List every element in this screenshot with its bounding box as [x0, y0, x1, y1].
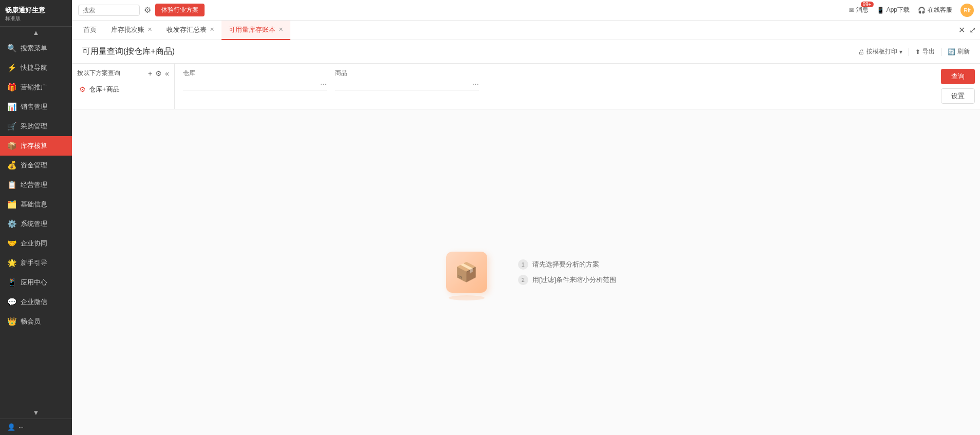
- print-icon: 🖨: [858, 48, 864, 55]
- scheme-item-warehouse-goods[interactable]: ⚙ 仓库+商品: [72, 82, 174, 97]
- sidebar-item-basic[interactable]: 🗂️ 基础信息: [0, 195, 72, 214]
- goods-filter-field: 商品 ···: [335, 69, 479, 90]
- sidebar-item-label: 资金管理: [21, 161, 47, 170]
- message-item[interactable]: ✉ 消息 99+: [849, 6, 868, 14]
- avatar-initials: Rit: [964, 7, 970, 13]
- print-button[interactable]: 🖨 按模板打印 ▾: [858, 47, 902, 56]
- sidebar-nav: 🔍 搜索菜单 ⚡ 快捷导航 🎁 营销推广 📊 销售管理 🛒 采购管理 📦: [0, 39, 72, 407]
- export-label: 导出: [922, 47, 935, 56]
- settings-button[interactable]: 设置: [941, 88, 975, 104]
- empty-illustration: 📦: [436, 241, 497, 303]
- gear-icon[interactable]: ⚙: [144, 5, 151, 15]
- export-button[interactable]: ⬆ 导出: [915, 47, 935, 56]
- sidebar-item-inventory[interactable]: 📦 库存核算: [0, 136, 72, 156]
- scroll-down-btn[interactable]: ▼: [0, 407, 72, 419]
- sidebar-item-system[interactable]: ⚙️ 系统管理: [0, 214, 72, 234]
- tab-fullscreen-button[interactable]: ⤢: [969, 25, 976, 35]
- tab-batch-account-close[interactable]: ✕: [147, 26, 152, 33]
- avatar: Rit: [960, 4, 974, 17]
- tip-text-1: 请先选择要分析的方案: [532, 260, 599, 269]
- sidebar-user-area[interactable]: 👤 ···: [0, 419, 72, 435]
- warehouse-input[interactable]: [183, 81, 320, 88]
- goods-dots-icon[interactable]: ···: [472, 80, 479, 89]
- scroll-up-btn[interactable]: ▲: [0, 27, 72, 39]
- sidebar-item-label: 应用中心: [21, 278, 47, 287]
- sidebar-item-label: 销售管理: [21, 102, 47, 111]
- sidebar-item-newguide[interactable]: 🌟 新手引导: [0, 253, 72, 273]
- goods-input[interactable]: [335, 81, 472, 88]
- page-header: 可用量查询(按仓库+商品) 🖨 按模板打印 ▾ ⬆ 导出 🔄: [72, 40, 980, 64]
- tab-close-all-button[interactable]: ✕: [958, 25, 965, 35]
- tab-bar: 首页 库存批次账 ✕ 收发存汇总表 ✕ 可用量库存账本 ✕ ✕ ⤢: [72, 21, 980, 40]
- print-dropdown-icon: ▾: [899, 48, 902, 55]
- sidebar-item-label: 基础信息: [21, 200, 47, 209]
- inventory-icon: 📦: [7, 141, 16, 150]
- app-download-item[interactable]: 📱 App下载: [877, 6, 910, 14]
- online-service-item[interactable]: 🎧 在线客服: [918, 6, 952, 14]
- divider-1: [909, 48, 909, 56]
- app-download-label: App下载: [886, 6, 910, 14]
- sidebar-item-label: 企业微信: [21, 297, 47, 307]
- tab-available-ledger-close[interactable]: ✕: [279, 26, 283, 33]
- sidebar-item-finance[interactable]: 💰 资金管理: [0, 156, 72, 175]
- tab-home[interactable]: 首页: [76, 21, 104, 40]
- sidebar-item-marketing[interactable]: 🎁 营销推广: [0, 78, 72, 97]
- wechat-icon: 💬: [7, 297, 16, 307]
- marketing-icon: 🎁: [7, 83, 16, 92]
- empty-state: 📦 1 请先选择要分析的方案 2 用[过滤]条件来缩小分析范围: [72, 109, 980, 435]
- scheme-settings-icon[interactable]: ⚙: [155, 69, 162, 78]
- page-header-actions: 🖨 按模板打印 ▾ ⬆ 导出 🔄 刷新: [858, 47, 970, 56]
- scheme-panel-icons: + ⚙ «: [148, 69, 169, 78]
- goods-label: 商品: [335, 69, 479, 78]
- scheme-panel-title: 按以下方案查询: [77, 69, 120, 78]
- scheme-panel-header: 按以下方案查询 + ⚙ «: [72, 69, 174, 82]
- brand-sub: 标准版: [5, 15, 67, 22]
- right-action-buttons: 查询 设置: [936, 64, 980, 109]
- main-area: ⚙ 体验行业方案 ✉ 消息 99+ 📱 App下载 🎧 在线客服: [72, 0, 980, 435]
- topbar-right: ✉ 消息 99+ 📱 App下载 🎧 在线客服 Rit: [849, 4, 974, 17]
- filter-container: 仓库 ··· 商品 ···: [175, 64, 936, 109]
- sidebar-item-shortcut[interactable]: ⚡ 快捷导航: [0, 58, 72, 78]
- user-info[interactable]: Rit: [960, 4, 974, 17]
- trial-industry-button[interactable]: 体验行业方案: [155, 4, 205, 16]
- sidebar-item-label: 新手引导: [21, 258, 47, 268]
- scheme-add-icon[interactable]: +: [148, 69, 152, 78]
- print-label: 按模板打印: [866, 47, 897, 56]
- newguide-icon: 🌟: [7, 258, 16, 268]
- warehouse-dots-icon[interactable]: ···: [320, 80, 327, 89]
- tab-batch-account[interactable]: 库存批次账 ✕: [104, 21, 159, 40]
- sidebar-item-label: 企业协同: [21, 239, 47, 248]
- tab-collect-summary[interactable]: 收发存汇总表 ✕: [159, 21, 221, 40]
- search-input[interactable]: [78, 5, 140, 16]
- purchase-icon: 🛒: [7, 122, 16, 131]
- empty-tips: 1 请先选择要分析的方案 2 用[过滤]条件来缩小分析范围: [518, 259, 616, 285]
- query-button[interactable]: 查询: [941, 69, 975, 84]
- sidebar-header: 畅康通好生意 标准版: [0, 0, 72, 27]
- sidebar-item-wechat[interactable]: 💬 企业微信: [0, 292, 72, 312]
- tab-available-ledger[interactable]: 可用量库存账本 ✕: [221, 21, 290, 40]
- refresh-label: 刷新: [957, 47, 970, 56]
- tab-collect-summary-close[interactable]: ✕: [210, 26, 214, 33]
- sidebar-item-enterprise[interactable]: 🤝 企业协同: [0, 234, 72, 253]
- scheme-collapse-icon[interactable]: «: [165, 69, 169, 78]
- sidebar-item-label: 库存核算: [21, 141, 47, 150]
- sidebar-item-search[interactable]: 🔍 搜索菜单: [0, 39, 72, 58]
- sidebar-item-appcenter[interactable]: 📱 应用中心: [0, 273, 72, 292]
- warehouse-label: 仓库: [183, 69, 327, 78]
- sidebar: 畅康通好生意 标准版 ▲ 🔍 搜索菜单 ⚡ 快捷导航 🎁 营销推广 📊 销售管理: [0, 0, 72, 435]
- sidebar-item-label: 营销推广: [21, 83, 47, 92]
- page-title: 可用量查询(按仓库+商品): [82, 46, 175, 57]
- filter-row: 仓库 ··· 商品 ···: [183, 69, 928, 90]
- tip-num-2: 2: [518, 275, 528, 285]
- message-badge: 99+: [861, 2, 874, 7]
- sidebar-item-sales[interactable]: 📊 销售管理: [0, 97, 72, 117]
- content-spacer: [175, 96, 936, 109]
- sidebar-item-purchase[interactable]: 🛒 采购管理: [0, 117, 72, 136]
- refresh-button[interactable]: 🔄 刷新: [948, 47, 970, 56]
- sidebar-item-member[interactable]: 👑 畅会员: [0, 312, 72, 331]
- tip-text-2: 用[过滤]条件来缩小分析范围: [532, 275, 616, 285]
- scheme-panel: 按以下方案查询 + ⚙ « ⚙ 仓库+商品: [72, 64, 175, 109]
- sidebar-item-operation[interactable]: 📋 经营管理: [0, 175, 72, 195]
- content-area: 可用量查询(按仓库+商品) 🖨 按模板打印 ▾ ⬆ 导出 🔄: [72, 40, 980, 435]
- export-icon: ⬆: [915, 48, 920, 55]
